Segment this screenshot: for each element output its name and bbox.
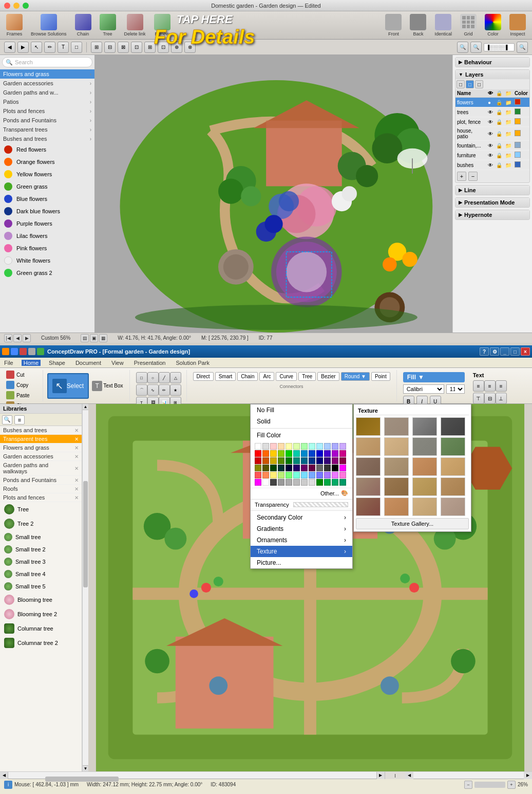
swatch-periwinkle[interactable] <box>316 472 323 478</box>
toolbar-frames-btn[interactable]: Frames <box>4 13 25 38</box>
scrollbar-thumb[interactable] <box>83 481 88 587</box>
texture-4[interactable] <box>441 417 465 436</box>
swatch-lpurple[interactable] <box>339 443 346 450</box>
font-size-select[interactable]: 11 <box>446 384 465 394</box>
other-colors-btn[interactable]: Other... 🎨 <box>251 488 352 498</box>
menu-view[interactable]: View <box>109 360 126 366</box>
tree-item-blooming1[interactable]: Blooming tree <box>0 593 82 607</box>
category-plots[interactable]: Plots and fences › <box>0 106 94 116</box>
texture-6[interactable] <box>384 437 409 456</box>
swatch-green[interactable] <box>286 450 292 457</box>
flower-green2[interactable]: Green grass 2 <box>0 267 94 279</box>
tree-item-small2[interactable]: Small tree 2 <box>0 543 82 556</box>
tb2-btn-pointer[interactable]: ↖ <box>31 42 42 53</box>
align-left-btn[interactable]: ≡ <box>473 380 484 392</box>
swatch-lmint[interactable] <box>309 443 315 450</box>
swatch-gray[interactable] <box>316 465 323 471</box>
toolbar-grid-btn[interactable]: Grid <box>458 13 479 38</box>
tree-item-small4[interactable]: Small tree 4 <box>0 568 82 580</box>
smart-btn[interactable]: Smart <box>215 372 236 381</box>
swatch-llime[interactable] <box>293 443 300 450</box>
layer-lock-house[interactable]: 🔒 <box>495 127 504 141</box>
nav-forward-btn[interactable]: ▶ <box>23 334 31 342</box>
texture-16[interactable] <box>441 477 465 496</box>
swatch-darkjade[interactable] <box>339 479 346 486</box>
swatch-lavender[interactable] <box>324 472 331 478</box>
scrollbar-down-btn[interactable]: ▼ <box>83 765 88 771</box>
swatch-magenta[interactable] <box>339 450 346 457</box>
h-scroll-left-btn[interactable]: ◀ <box>0 772 8 779</box>
tree-item-tree[interactable]: Tree <box>0 502 82 516</box>
texture-5[interactable] <box>356 437 381 456</box>
draw-rect[interactable]: □ <box>136 372 147 383</box>
win-settings-btn[interactable]: ⚙ <box>490 347 499 356</box>
paste-btn[interactable]: Paste <box>4 391 39 400</box>
win-view-btn[interactable]: ≡ <box>14 415 25 424</box>
texture-10[interactable] <box>384 457 409 476</box>
swatch-orange[interactable] <box>262 450 269 457</box>
toolbar-color-btn[interactable]: Color <box>483 13 503 38</box>
menu-file[interactable]: File <box>2 360 15 366</box>
arc-btn[interactable]: Arc <box>259 372 274 381</box>
layer-row-furniture[interactable]: furniture 👁 🔒 📁 <box>455 151 529 160</box>
swatch-wine[interactable] <box>339 457 346 464</box>
flower-pink[interactable]: Pink flowers <box>0 242 94 254</box>
fill-dropdown-btn[interactable]: Fill ▼ <box>403 372 465 382</box>
swatch-black[interactable] <box>332 465 338 471</box>
menu-no-fill[interactable]: No Fill <box>251 404 352 416</box>
layer-row-bushes[interactable]: bushes 👁 🔒 📁 <box>455 160 529 170</box>
flower-white[interactable]: White flowers <box>0 254 94 267</box>
tb2-btn-7[interactable]: ⊠ <box>118 42 129 53</box>
view-btn-1[interactable]: ▤ <box>81 334 89 342</box>
category-bushes[interactable]: Bushes and trees › <box>0 134 94 143</box>
win-zoom-slider[interactable] <box>474 782 505 788</box>
bezier-btn[interactable]: Bezier <box>317 372 339 381</box>
swatch-lightyellow[interactable] <box>270 472 277 478</box>
swatch-lightgray[interactable] <box>286 479 292 486</box>
menu-solution[interactable]: Solution Park <box>174 360 211 366</box>
lib-flowers-x[interactable]: ✕ <box>74 445 79 451</box>
win-help-btn[interactable]: ? <box>480 347 489 356</box>
close-button[interactable] <box>4 3 10 9</box>
flower-yellow[interactable]: Yellow flowers <box>0 168 94 180</box>
align-top-btn[interactable]: ⊤ <box>473 393 484 404</box>
search-bar[interactable]: 🔍 Search <box>2 57 92 67</box>
swatch-fuchsia[interactable] <box>339 465 346 471</box>
layer-eye-furniture[interactable]: 👁 <box>486 151 495 160</box>
swatch-dred[interactable] <box>255 457 261 464</box>
category-accessories[interactable]: Garden accessories › <box>0 79 94 88</box>
layer-remove-btn[interactable]: − <box>468 172 478 181</box>
tree-item-small3[interactable]: Small tree 3 <box>0 556 82 568</box>
draw-circle[interactable]: ○ <box>147 372 159 383</box>
swatch-dblue2[interactable] <box>309 457 315 464</box>
zoom-h-btn-1[interactable]: ◀ <box>405 772 413 779</box>
font-name-select[interactable]: Calibri <box>403 384 444 394</box>
align-center-btn[interactable]: ≡ <box>484 380 496 392</box>
lib-plots[interactable]: Plots and fences ✕ <box>0 493 82 502</box>
swatch-lightgreen[interactable] <box>286 472 292 478</box>
tree-item-small1[interactable]: Small tree <box>0 531 82 543</box>
layer-folder-furniture[interactable]: 📁 <box>504 151 513 160</box>
point-btn[interactable]: Point <box>371 372 390 381</box>
lib-bushes[interactable]: Bushes and trees ✕ <box>0 426 82 435</box>
texture-2[interactable] <box>384 417 409 436</box>
texture-1[interactable] <box>356 417 381 436</box>
align-bottom-btn[interactable]: ⊥ <box>496 393 507 404</box>
presentation-header[interactable]: ▶ Presentation Mode <box>455 198 529 207</box>
textbox-btn[interactable]: T Text Box <box>90 380 125 392</box>
lib-transparent-x[interactable]: ✕ <box>74 436 79 442</box>
swatch-dblue[interactable] <box>316 450 323 457</box>
swatch-blue[interactable] <box>309 450 315 457</box>
swatch-jade[interactable] <box>332 479 338 486</box>
flower-red[interactable]: Red flowers <box>0 143 94 156</box>
toolbar-back-btn[interactable]: Back <box>408 13 428 38</box>
layer-row-house[interactable]: house, patio 👁 🔒 📁 <box>455 127 529 141</box>
menu-solid[interactable]: Solid <box>251 416 352 427</box>
swatch-lightergray[interactable] <box>293 479 300 486</box>
swatch-magenta2[interactable] <box>255 479 261 486</box>
direct-btn[interactable]: Direct <box>193 372 214 381</box>
swatch-dteal[interactable] <box>293 457 300 464</box>
swatch-lviolet[interactable] <box>332 443 338 450</box>
lib-paths-x[interactable]: ✕ <box>74 466 79 471</box>
menu-gradients[interactable]: Gradients › <box>251 523 352 534</box>
